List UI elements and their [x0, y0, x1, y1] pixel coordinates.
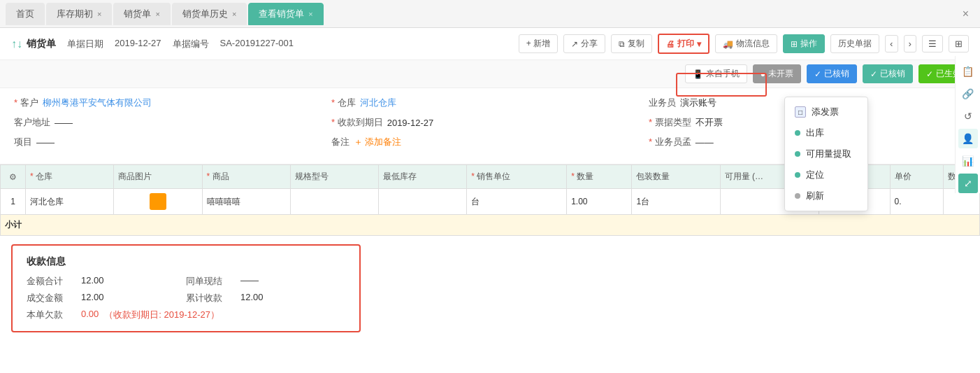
share-icon: ↗	[571, 39, 578, 49]
available-qty-dot	[795, 151, 800, 157]
transaction-value: 12.00	[81, 292, 104, 304]
transaction-row: 成交金额 12.00	[27, 292, 186, 304]
project-label: 项目	[14, 136, 32, 148]
row-package-qty: 1台	[632, 189, 720, 215]
subtotal-label: 小计	[1, 215, 980, 236]
same-order-value: ——	[240, 275, 259, 288]
add-remarks-button[interactable]: ＋ 添加备注	[354, 136, 401, 148]
customer-label: 客户	[14, 97, 38, 109]
tab-sales-history-label: 销货单历史	[182, 8, 228, 20]
payment-date-value: 2019-12-27	[387, 118, 434, 128]
product-image	[150, 193, 166, 210]
doc-meta: 单据日期 2019-12-27 单据编号 SA-20191227-001	[67, 38, 294, 50]
amount-label: 金额合计	[27, 275, 75, 288]
checked-button[interactable]: ✓ 已核销	[807, 64, 857, 83]
dropdown-add-invoice[interactable]: □ 添发票	[785, 101, 867, 122]
warehouse-label: 仓库	[331, 97, 356, 109]
settings-icon[interactable]: ⚙	[9, 172, 17, 182]
invoice-value: 不开票	[696, 116, 723, 129]
share-button[interactable]: ↗ 分享	[563, 34, 605, 53]
sidebar-clipboard-icon[interactable]: 📋	[958, 62, 978, 81]
sales-order-icon: ↑↓	[11, 38, 22, 50]
tab-inventory[interactable]: 库存期初 ×	[46, 3, 112, 25]
tab-view-sales[interactable]: 查看销货单 ×	[248, 3, 323, 25]
col-price: 单价	[890, 165, 944, 189]
tab-inventory-close[interactable]: ×	[97, 10, 101, 18]
tab-bar: 首页 库存期初 × 销货单 × 销货单历史 × 查看销货单 × ×	[0, 0, 980, 28]
next-button[interactable]: ›	[904, 35, 916, 52]
operation-button[interactable]: ⊞ 操作	[783, 34, 825, 53]
grid-view-button[interactable]: ⊞	[949, 35, 969, 52]
salesperson2-value: ——	[696, 137, 714, 148]
tab-sales-close[interactable]: ×	[155, 10, 159, 18]
row-index: 1	[1, 189, 26, 215]
available-qty-label: 可用量提取	[806, 148, 851, 160]
payment-date-label: 收款到期日	[331, 116, 383, 129]
dropdown-available-qty[interactable]: 可用量提取	[785, 143, 867, 164]
locate-dot	[795, 172, 800, 178]
doc-title-text: 销货单	[27, 38, 56, 50]
print-button[interactable]: 🖨 打印 ▾	[658, 34, 709, 54]
remarks-field: 备注 ＋ 添加备注	[331, 136, 649, 148]
refresh-label: 刷新	[806, 190, 824, 202]
tab-view-sales-close[interactable]: ×	[308, 10, 312, 18]
row-price: 0.	[890, 189, 944, 215]
invoice-icon: □	[795, 106, 806, 118]
copy-button[interactable]: ⧉ 复制	[611, 34, 652, 53]
operation-dropdown: □ 添发票 出库 可用量提取 定位 刷新	[784, 97, 868, 211]
col-settings[interactable]: ⚙	[1, 165, 26, 189]
print-dropdown-icon[interactable]: ▾	[697, 39, 701, 49]
print-icon: 🖨	[666, 39, 675, 49]
warehouse-value[interactable]: 河北仓库	[360, 97, 396, 109]
dropdown-refresh[interactable]: 刷新	[785, 185, 867, 206]
doc-header: ↑↓ 销货单 单据日期 2019-12-27 单据编号 SA-20191227-…	[0, 28, 980, 60]
sidebar-user-icon[interactable]: 👤	[958, 129, 978, 148]
truck-icon: 🚚	[723, 39, 733, 49]
history-button[interactable]: 历史单据	[830, 34, 879, 53]
dropdown-outbound[interactable]: 出库	[785, 122, 867, 143]
cancelled-button[interactable]: ✓ 已核销	[863, 64, 913, 83]
col-spec: 规格型号	[290, 165, 378, 189]
cumulative-value: 12.00	[240, 292, 264, 304]
logistics-button[interactable]: 🚚 物流信息	[715, 34, 777, 53]
window-close-button[interactable]: ×	[957, 8, 974, 20]
row-spec	[290, 189, 378, 215]
row-product: 嘻嘻嘻嘻	[202, 189, 290, 215]
col-unit: 销售单位	[467, 165, 567, 189]
tab-home[interactable]: 首页	[6, 3, 45, 25]
tab-sales[interactable]: 销货单 ×	[113, 3, 170, 25]
due-value: 0.00	[81, 309, 99, 321]
payment-grid: 金额合计 12.00 同单现结 —— 成交金额 12.00 累计收款 12.00…	[27, 275, 345, 321]
transaction-label: 成交金额	[27, 292, 75, 304]
customer-value[interactable]: 柳州粤港平安气体有限公司	[43, 97, 152, 109]
due-label: 本单欠款	[27, 309, 75, 321]
from-phone-button[interactable]: 📱 来自手机	[685, 64, 747, 83]
list-view-button[interactable]: ☰	[922, 35, 943, 52]
sidebar-refresh-icon[interactable]: ↺	[958, 106, 978, 126]
tab-view-sales-label: 查看销货单	[259, 8, 304, 20]
tab-sales-history[interactable]: 销货单历史 ×	[172, 3, 247, 25]
amount-row: 金额合计 12.00	[27, 275, 186, 288]
sidebar-link-icon[interactable]: 🔗	[958, 84, 978, 104]
col-quantity: 数量	[567, 165, 632, 189]
customer-field: 客户 柳州粤港平安气体有限公司	[14, 97, 331, 109]
col-warehouse: 仓库	[26, 165, 114, 189]
dropdown-locate[interactable]: 定位	[785, 164, 867, 185]
sidebar-expand-icon[interactable]: ⤢	[958, 174, 978, 193]
new-button[interactable]: + 新增	[519, 34, 558, 53]
due-note: （收款到期日: 2019-12-27）	[104, 309, 219, 321]
sidebar-chart-icon[interactable]: 📊	[958, 151, 978, 171]
tab-home-label: 首页	[16, 8, 34, 20]
row-warehouse: 河北仓库	[26, 189, 114, 215]
add-invoice-label: 添发票	[812, 106, 839, 118]
row-image	[114, 189, 202, 215]
tab-sales-history-close[interactable]: ×	[232, 10, 236, 18]
col-min-stock: 最低库存	[379, 165, 467, 189]
payment-date-field: 收款到期日 2019-12-27	[331, 116, 649, 129]
not-open-button[interactable]: ● 未开票	[753, 64, 801, 83]
tab-sales-label: 销货单	[124, 8, 151, 20]
project-field: 项目 ——	[14, 136, 331, 148]
grid-icon: ⊞	[791, 39, 798, 49]
check-circle2-icon: ✓	[926, 69, 933, 79]
prev-button[interactable]: ‹	[885, 35, 898, 52]
